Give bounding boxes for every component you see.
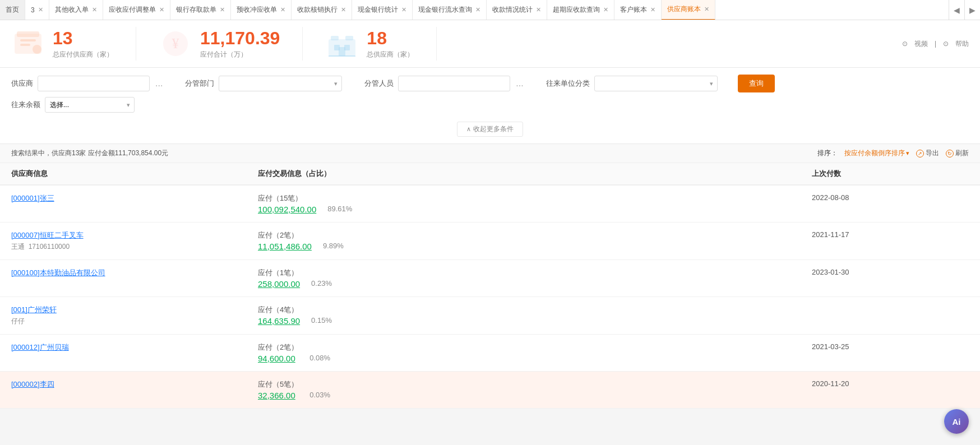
close-tab-supplier-ledger[interactable]: ✕ [704, 6, 709, 13]
transaction-label-000007: 应付（2笔） [258, 230, 312, 240]
nav-tab-receipt-exec[interactable]: 收款核销执行 ✕ [292, 0, 352, 20]
sort-arrow-icon: ▾ [906, 150, 909, 157]
refresh-icon: ↻ [946, 150, 954, 157]
nav-tab-supplier-ledger[interactable]: 供应商账本 ✕ [662, 0, 715, 20]
nav-tab-bank-deposit-label: 银行存取款单 [176, 5, 216, 15]
supplier-info-001: [001]广州荣轩 仔仔 [11, 305, 258, 326]
header-right-links: ⊙ 视频 | ⊙ 帮助 [902, 39, 969, 49]
nav-tab-receipt-stat[interactable]: 收款情况统计 ✕ [487, 0, 547, 20]
nav-tab-cash-bank-stat-label: 现金银行统计 [358, 5, 398, 15]
stat-value-total-suppliers: 18 [367, 28, 414, 49]
nav-prev-button[interactable]: ◀ [949, 0, 964, 20]
close-tab-overdue-ar[interactable]: ✕ [603, 6, 608, 13]
main-content: 供应商信息 应付交易信息（占比） 上次付数 [000001]张三 应付（15笔）… [0, 163, 980, 409]
balance-select[interactable]: 选择... [45, 97, 135, 113]
supplier-link-000002[interactable]: [000002]李四 [11, 380, 54, 388]
collapse-icon: ∧ [466, 126, 471, 133]
supplier-input[interactable] [38, 76, 150, 91]
nav-tab-home-label: 首页 [6, 5, 19, 15]
svg-rect-9 [345, 36, 353, 40]
nav-tab-ar-ap-adjust[interactable]: 应收应付调整单 ✕ [103, 0, 170, 20]
nav-next-button[interactable]: ▶ [964, 0, 980, 20]
manager-dots[interactable]: ... [516, 78, 523, 89]
supplier-info-000012: [000012]广州贝瑞 [11, 342, 258, 353]
supplier-name-001: [001]广州荣轩 [11, 305, 258, 315]
nav-tab-prepay-ar[interactable]: 预收冲应收单 ✕ [231, 0, 292, 20]
stat-content-total-suppliers: 18 总供应商（家） [367, 28, 414, 59]
supplier-link-000001[interactable]: [000001]张三 [11, 194, 54, 202]
nav-tab-other-income[interactable]: 其他收入单 ✕ [49, 0, 103, 20]
supplier-name-000001: [000001]张三 [11, 193, 258, 203]
table-row: [000001]张三 应付（15笔） 100,092,540.00 89.61%… [0, 186, 980, 222]
supplier-link-000100[interactable]: [000100]本特勤油品有限公司 [11, 268, 105, 277]
sort-value[interactable]: 按应付余额倒序排序 [844, 149, 905, 158]
close-tab-ar-ap-adjust[interactable]: ✕ [159, 6, 164, 13]
stat-label-total-suppliers: 总供应商（家） [367, 50, 414, 59]
last-pay-date-000100: 2023-01-30 [812, 268, 849, 276]
transaction-amount-000007[interactable]: 11,051,486.00 [258, 242, 312, 251]
nav-tab-cash-bank-stat[interactable]: 现金银行统计 ✕ [352, 0, 413, 20]
filter-label-department: 分管部门 [185, 78, 214, 89]
svg-text:¥: ¥ [172, 35, 179, 52]
filter-label-manager: 分管人员 [364, 78, 394, 89]
transaction-percent-000012: 0.08% [309, 354, 330, 363]
col-header-transaction: 应付交易信息（占比） [258, 169, 812, 179]
sort-select-wrap[interactable]: 按应付余额倒序排序 ▾ [844, 149, 909, 158]
svg-rect-2 [20, 39, 36, 41]
transaction-info-000002: 应付（5笔） 32,366.00 0.03% [258, 379, 812, 400]
export-label: 导出 [926, 149, 939, 158]
supplier-info-000002: [000002]李四 [11, 379, 258, 390]
transaction-label-000002: 应付（5笔） [258, 379, 298, 390]
close-tab-prepay-ar[interactable]: ✕ [280, 6, 285, 13]
close-tab-cash-bank-flow[interactable]: ✕ [475, 6, 480, 13]
result-bar-actions: 排序： 按应付余额倒序排序 ▾ ↗ 导出 ↻ 刷新 [817, 149, 969, 158]
department-select[interactable] [219, 76, 342, 91]
close-tab-receipt-stat[interactable]: ✕ [536, 6, 541, 13]
export-button[interactable]: ↗ 导出 [916, 149, 939, 158]
transaction-amount-000012[interactable]: 94,600.00 [258, 354, 298, 363]
manager-input[interactable] [398, 76, 510, 91]
video-link[interactable]: 视频 [914, 39, 928, 49]
refresh-button[interactable]: ↻ 刷新 [946, 149, 969, 158]
transaction-percent-000100: 0.23% [311, 279, 332, 289]
help-link[interactable]: 帮助 [955, 39, 969, 49]
nav-tab-overdue-ar[interactable]: 超期应收款查询 ✕ [547, 0, 614, 20]
nav-tab-cash-bank-flow[interactable]: 现金银行流水查询 ✕ [413, 0, 487, 20]
supplier-name-000002: [000002]李四 [11, 379, 258, 390]
stat-icon-total-suppliers [325, 27, 359, 61]
data-table: 供应商信息 应付交易信息（占比） 上次付数 [000001]张三 应付（15笔）… [0, 163, 980, 409]
transaction-label-000001: 应付（15笔） [258, 193, 316, 203]
close-tab-cash-bank-stat[interactable]: ✕ [401, 6, 406, 13]
supplier-name-000012: [000012]广州贝瑞 [11, 342, 258, 353]
category-select[interactable] [594, 76, 718, 91]
stat-label-payable-total: 应付合计（万） [200, 50, 280, 59]
transaction-amount-000002[interactable]: 32,366.00 [258, 391, 298, 400]
nav-tab-receipt-exec-label: 收款核销执行 [297, 5, 338, 15]
supplier-dots[interactable]: ... [155, 78, 163, 89]
transaction-amount-001[interactable]: 164,635.90 [258, 316, 300, 326]
close-tab-customer-ledger[interactable]: ✕ [650, 6, 655, 13]
transaction-amount-000001[interactable]: 100,092,540.00 [258, 205, 316, 214]
query-button[interactable]: 查询 [738, 75, 775, 92]
supplier-link-000012[interactable]: [000012]广州贝瑞 [11, 343, 69, 351]
nav-tab-overdue-ar-label: 超期应收款查询 [553, 5, 600, 15]
nav-tab-home[interactable]: 首页 [0, 0, 25, 20]
category-select-wrap [594, 76, 718, 91]
supplier-link-001[interactable]: [001]广州荣轩 [11, 305, 57, 314]
nav-tab-3[interactable]: 3 ✕ [25, 0, 49, 20]
close-tab-bank-deposit[interactable]: ✕ [220, 6, 225, 13]
nav-tab-other-income-label: 其他收入单 [55, 5, 89, 15]
stat-icon-payable-total: ¥ [159, 27, 192, 61]
transaction-amount-000100[interactable]: 258,000.00 [258, 279, 300, 289]
close-tab-other-income[interactable]: ✕ [92, 6, 97, 13]
filter-area: 供应商 ... 分管部门 分管人员 ... 往来单位分类 查询 [0, 68, 980, 144]
close-tab-receipt-exec[interactable]: ✕ [341, 6, 346, 13]
nav-tab-customer-ledger[interactable]: 客户账本 ✕ [614, 0, 662, 20]
nav-tab-bank-deposit[interactable]: 银行存取款单 ✕ [170, 0, 231, 20]
collapse-button[interactable]: ∧ 收起更多条件 [457, 122, 523, 137]
video-icon: ⊙ [902, 40, 908, 48]
last-pay-000007: 2021-11-17 [812, 230, 969, 239]
close-tab-3[interactable]: ✕ [38, 6, 43, 13]
filter-item-supplier: 供应商 ... [11, 76, 163, 91]
supplier-link-000007[interactable]: [000007]恒旺二手叉车 [11, 231, 84, 239]
